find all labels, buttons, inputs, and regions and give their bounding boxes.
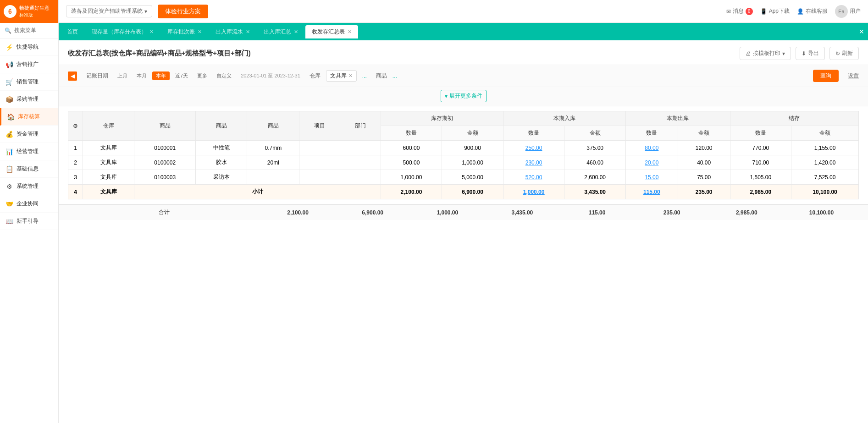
page-title: 收发存汇总表(按仓库+商品编码+商品+规格型号+项目+部门): [68, 49, 251, 58]
tab-inventory_dist[interactable]: 现存量（库存分布表）✕: [85, 25, 160, 38]
online-service-label: 在线客服: [806, 7, 828, 15]
sidebar-label-marketing: 营销推广: [17, 60, 39, 68]
filter-settings-button[interactable]: 设置: [848, 72, 859, 80]
warehouse-more[interactable]: ...: [362, 73, 367, 79]
bottom-total-bar: 合计 2,100.00 6,900.00 1,000.00 3,435.00 1…: [59, 204, 868, 220]
refresh-button[interactable]: ↻ 刷新: [829, 47, 859, 60]
sidebar-search[interactable]: 🔍 搜索菜单: [0, 23, 58, 38]
cell-dept-0: [340, 141, 381, 155]
sidebar-item-guide[interactable]: 📖新手引导: [0, 213, 58, 230]
subtotal-row: 4 文具库 小计 2,100.00 6,900.00 1,000.00 3,43…: [68, 185, 859, 199]
tab-receive_send_summary[interactable]: 收发存汇总表✕: [305, 25, 358, 38]
cell-in-amt-2: 2,600.00: [564, 170, 626, 185]
query-button[interactable]: 查询: [813, 70, 839, 82]
subtotal-open-qty: 2,100.00: [381, 185, 442, 199]
online-service-item[interactable]: 👤 在线客服: [797, 7, 828, 15]
date-btn-custom[interactable]: 自定义: [213, 71, 235, 80]
quick-icon: ⚡: [6, 44, 13, 51]
goods-filter-row: 商品 ...: [376, 72, 397, 80]
tab-close-in_out_flow[interactable]: ✕: [246, 29, 250, 35]
cell-closing-amt-1: 1,420.00: [791, 155, 859, 170]
tab-batch_account[interactable]: 库存批次账✕: [161, 25, 208, 38]
sidebar-item-system[interactable]: ⚙系统管理: [0, 178, 58, 195]
col-settings-header[interactable]: ⚙: [68, 111, 83, 141]
page-actions: 🖨 按模板打印 ▾ ⬇ 导出 ↻ 刷新: [740, 47, 859, 60]
date-btn-last-month[interactable]: 上月: [114, 71, 131, 80]
sidebar-item-finance[interactable]: 💰资金管理: [0, 126, 58, 143]
table-container: ⚙ 仓库 商品 商品 商品 项目 部门 库存期初 本期入库 本期出库 结存 数量: [59, 106, 868, 204]
date-btn-more[interactable]: 更多: [194, 71, 211, 80]
expand-conditions-button[interactable]: ▾ 展开更多条件: [441, 90, 487, 102]
warehouse-filter-row: 仓库 文具库 ✕ ...: [310, 70, 367, 82]
tab-label-home: 首页: [67, 28, 78, 36]
warehouse-tag-close[interactable]: ✕: [348, 73, 353, 79]
tab-close-inventory_dist[interactable]: ✕: [149, 29, 154, 35]
cell-out-qty-2[interactable]: 15.00: [625, 170, 678, 185]
col-goods-spec-header: 商品: [247, 111, 299, 141]
col-out-qty-header: 数量: [625, 126, 678, 141]
sidebar-item-quick[interactable]: ⚡快捷导航: [0, 38, 58, 56]
cell-open-amt-2: 5,000.00: [442, 170, 503, 185]
subtotal-label: 小计: [134, 185, 381, 199]
table-body: 1 文具库 0100001 中性笔 0.7mm 600.00 900.00 25…: [68, 141, 859, 199]
tab-close-in_out_summary[interactable]: ✕: [294, 29, 298, 35]
subtotal-warehouse: 文具库: [83, 185, 134, 199]
cell-in-amt-0: 375.00: [564, 141, 626, 155]
tab-bar-close[interactable]: ✕: [859, 28, 864, 35]
cell-in-qty-2[interactable]: 520.00: [503, 170, 564, 185]
system-selector[interactable]: 装备及固定资产辅助管理系统 ▾: [66, 5, 152, 17]
user-label: 用户: [850, 7, 861, 15]
cell-dept-1: [340, 155, 381, 170]
total-out-amt: 235.00: [635, 209, 709, 216]
cell-warehouse-0: 文具库: [83, 141, 134, 155]
cell-in-qty-0[interactable]: 250.00: [503, 141, 564, 155]
tab-in_out_flow[interactable]: 出入库流水✕: [209, 25, 256, 38]
col-opening-header: 库存期初: [381, 111, 503, 126]
total-opening-qty: 2,100.00: [260, 209, 335, 216]
export-button[interactable]: ⬇ 导出: [796, 47, 825, 60]
app-edition: 标准版: [19, 12, 50, 18]
tab-home[interactable]: 首页: [61, 25, 84, 38]
total-closing-amt: 10,100.00: [784, 209, 859, 216]
col-opening-qty-header: 数量: [381, 126, 442, 141]
tab-close-receive_send_summary[interactable]: ✕: [348, 29, 352, 35]
expand-icon: ▾: [445, 93, 448, 99]
sidebar-item-operation[interactable]: 📊经营管理: [0, 143, 58, 160]
sidebar-item-basic[interactable]: 📋基础信息: [0, 160, 58, 178]
date-btn-this-year[interactable]: 本年: [152, 71, 170, 80]
sidebar-label-collab: 企业协同: [17, 200, 39, 208]
app-download-item[interactable]: 📱 App下载: [760, 7, 790, 15]
system-icon: ⚙: [6, 183, 13, 190]
tab-label-batch_account: 库存批次账: [167, 28, 195, 36]
col-warehouse-header: 仓库: [83, 111, 134, 141]
subtotal-out-qty[interactable]: 115.00: [625, 185, 678, 199]
header-left: 装备及固定资产辅助管理系统 ▾ 体验行业方案: [66, 5, 208, 18]
user-item[interactable]: Ea 用户: [835, 5, 861, 18]
cell-closing-qty-2: 1,505.00: [730, 170, 791, 185]
date-btn-7days[interactable]: 近7天: [171, 71, 192, 80]
cell-project-1: [299, 155, 340, 170]
sidebar-item-inventory[interactable]: 🏠库存核算: [0, 108, 58, 126]
message-item[interactable]: ✉ 消息 6: [726, 7, 753, 15]
tab-bar: 首页现存量（库存分布表）✕库存批次账✕出入库流水✕出入库汇总✕收发存汇总表✕ ✕: [59, 23, 868, 40]
cell-out-qty-0[interactable]: 80.00: [625, 141, 678, 155]
try-button[interactable]: 体验行业方案: [158, 5, 208, 18]
tab-in_out_summary[interactable]: 出入库汇总✕: [257, 25, 304, 38]
col-goods-code-header: 商品: [134, 111, 196, 141]
total-opening-amt: 6,900.00: [335, 209, 410, 216]
col-in-qty-header: 数量: [503, 126, 564, 141]
cell-out-qty-1[interactable]: 20.00: [625, 155, 678, 170]
tab-close-batch_account[interactable]: ✕: [198, 29, 202, 35]
sidebar-item-marketing[interactable]: 📢营销推广: [0, 56, 58, 73]
goods-more[interactable]: ...: [393, 73, 397, 79]
date-btn-this-month[interactable]: 本月: [133, 71, 150, 80]
filter-collapse-button[interactable]: ◀: [68, 71, 77, 81]
cell-in-qty-1[interactable]: 230.00: [503, 155, 564, 170]
export-icon: ⬇: [802, 50, 806, 57]
sidebar-item-collab[interactable]: 🤝企业协同: [0, 195, 58, 213]
print-button[interactable]: 🖨 按模板打印 ▾: [740, 47, 791, 60]
cell-warehouse-1: 文具库: [83, 155, 134, 170]
subtotal-in-qty[interactable]: 1,000.00: [503, 185, 564, 199]
sidebar-item-sales[interactable]: 🛒销售管理: [0, 73, 58, 91]
sidebar-item-purchase[interactable]: 📦采购管理: [0, 91, 58, 108]
